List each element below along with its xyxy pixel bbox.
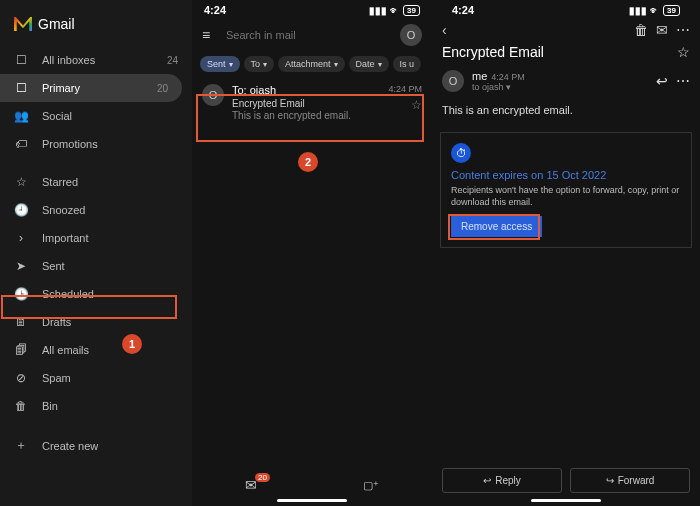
sender-row[interactable]: O me4:24 PM to ojash ▾ ↩ ⋯ <box>440 68 692 94</box>
mail-icon[interactable]: ✉ <box>656 22 668 38</box>
sidebar-item-snoozed[interactable]: 🕘 Snoozed <box>0 196 192 224</box>
detail-title: Encrypted Email <box>442 44 677 60</box>
more-icon[interactable]: ⋯ <box>676 22 690 38</box>
sidebar-item-spam[interactable]: ⊘ Spam <box>0 364 192 392</box>
sidebar-item-important[interactable]: › Important <box>0 224 192 252</box>
sidebar-item-scheduled[interactable]: 🕒 Scheduled <box>0 280 192 308</box>
sidebar-item-social[interactable]: 👥 Social <box>0 102 192 130</box>
sidebar-item-promotions[interactable]: 🏷 Promotions <box>0 130 192 158</box>
clock-icon: 🕘 <box>14 203 28 217</box>
avatar[interactable]: O <box>400 24 422 46</box>
hamburger-icon[interactable]: ≡ <box>202 27 218 43</box>
sender-name: me <box>472 70 487 82</box>
message-avatar: O <box>202 84 224 106</box>
wifi-icon: ᯤ <box>650 5 660 16</box>
home-indicator <box>277 499 347 502</box>
chevron-down-icon: ▾ <box>229 60 233 69</box>
timer-icon: ⏱ <box>451 143 471 163</box>
sidebar-item-label: Primary <box>42 82 80 94</box>
chip-to[interactable]: To▾ <box>244 56 275 72</box>
forward-icon: ↪ <box>606 475 614 486</box>
chevron-down-icon[interactable]: ▾ <box>506 82 511 92</box>
send-icon: ➤ <box>14 259 28 273</box>
message-list-panel: 4:24 ▮▮▮ ᯤ 39 ≡ O Sent▾ To▾ Attachment▾ … <box>192 0 432 506</box>
chip-date[interactable]: Date▾ <box>349 56 389 72</box>
sidebar-item-all-inboxes[interactable]: ☐ All inboxes 24 <box>0 46 192 74</box>
sidebar: Gmail ☐ All inboxes 24 ☐ Primary 20 👥 So… <box>0 0 192 506</box>
chevron-down-icon: ▾ <box>263 60 267 69</box>
remove-access-button[interactable]: Remove access <box>451 216 542 237</box>
sidebar-item-all-emails[interactable]: 🗐 All emails <box>0 336 192 364</box>
schedule-icon: 🕒 <box>14 287 28 301</box>
sender-to: to ojash <box>472 82 504 92</box>
gmail-logo: Gmail <box>0 8 192 46</box>
sender-time: 4:24 PM <box>491 72 525 82</box>
multi-inbox-icon: ☐ <box>14 53 28 67</box>
status-bar: 4:24 ▮▮▮ ᯤ 39 <box>192 0 432 18</box>
expire-title: Content expires on 15 Oct 2022 <box>451 169 681 181</box>
delete-icon[interactable]: 🗑 <box>634 22 648 38</box>
reply-button[interactable]: ↩Reply <box>442 468 562 493</box>
detail-body: This is an encrypted email. <box>440 94 692 126</box>
important-icon: › <box>14 231 28 245</box>
status-time: 4:24 <box>452 4 474 16</box>
reply-icon[interactable]: ↩ <box>656 73 668 89</box>
inbox-icon: ☐ <box>14 81 28 95</box>
forward-button[interactable]: ↪Forward <box>570 468 690 493</box>
status-time: 4:24 <box>204 4 226 16</box>
stack-icon: 🗐 <box>14 343 28 357</box>
sidebar-item-drafts[interactable]: 🗎 Drafts <box>0 308 192 336</box>
signal-icon: ▮▮▮ <box>629 5 647 16</box>
sidebar-item-label: Snoozed <box>42 204 85 216</box>
meet-tab[interactable]: ▢⁺ <box>363 479 379 492</box>
mail-tab[interactable]: ✉ 20 <box>245 477 257 493</box>
battery-indicator: 39 <box>403 5 420 16</box>
spam-icon: ⊘ <box>14 371 28 385</box>
more-icon[interactable]: ⋯ <box>676 73 690 89</box>
sidebar-item-label: All emails <box>42 344 89 356</box>
sidebar-item-label: Create new <box>42 440 98 452</box>
message-subject: Encrypted Email <box>232 98 380 109</box>
reply-icon: ↩ <box>483 475 491 486</box>
sidebar-item-bin[interactable]: 🗑 Bin <box>0 392 192 420</box>
back-icon[interactable]: ‹ <box>442 22 447 38</box>
star-icon[interactable]: ☆ <box>677 44 690 60</box>
sidebar-item-primary[interactable]: ☐ Primary 20 <box>0 74 182 102</box>
chip-sent[interactable]: Sent▾ <box>200 56 240 72</box>
filter-chips: Sent▾ To▾ Attachment▾ Date▾ Is u <box>192 52 432 76</box>
sidebar-item-count: 24 <box>167 55 178 66</box>
search-input[interactable] <box>224 25 394 45</box>
sidebar-item-sent[interactable]: ➤ Sent <box>0 252 192 280</box>
gmail-logo-text: Gmail <box>38 16 75 32</box>
sidebar-item-count: 20 <box>157 83 168 94</box>
sidebar-item-label: Spam <box>42 372 71 384</box>
message-row[interactable]: O To: ojash Encrypted Email This is an e… <box>192 76 432 129</box>
chevron-down-icon: ▾ <box>334 60 338 69</box>
gmail-logo-icon <box>14 17 32 31</box>
chip-isunread[interactable]: Is u <box>393 56 422 72</box>
chevron-down-icon: ▾ <box>378 60 382 69</box>
sidebar-item-label: Important <box>42 232 88 244</box>
home-indicator <box>531 499 601 502</box>
message-detail-panel: 4:24 ▮▮▮ ᯤ 39 ‹ 🗑 ✉ ⋯ Encrypted Email ☆ … <box>432 0 700 506</box>
inbox-badge: 20 <box>255 473 270 482</box>
trash-icon: 🗑 <box>14 399 28 413</box>
annotation-number-1: 1 <box>122 334 142 354</box>
sidebar-item-label: Starred <box>42 176 78 188</box>
sidebar-item-label: Social <box>42 110 72 122</box>
message-to: To: ojash <box>232 84 380 96</box>
tag-icon: 🏷 <box>14 137 28 151</box>
sidebar-item-starred[interactable]: ☆ Starred <box>0 168 192 196</box>
expire-description: Recipients won't have the option to forw… <box>451 185 681 208</box>
confidential-box: ⏱ Content expires on 15 Oct 2022 Recipie… <box>440 132 692 248</box>
detail-toolbar: ‹ 🗑 ✉ ⋯ <box>440 18 692 42</box>
signal-icon: ▮▮▮ <box>369 5 387 16</box>
sidebar-item-create-new[interactable]: ＋ Create new <box>0 430 192 461</box>
status-bar: 4:24 ▮▮▮ ᯤ 39 <box>440 0 692 18</box>
sidebar-item-label: Scheduled <box>42 288 94 300</box>
search-row: ≡ O <box>192 18 432 52</box>
star-icon[interactable]: ☆ <box>388 98 422 112</box>
sidebar-item-label: Promotions <box>42 138 98 150</box>
battery-indicator: 39 <box>663 5 680 16</box>
chip-attachment[interactable]: Attachment▾ <box>278 56 345 72</box>
